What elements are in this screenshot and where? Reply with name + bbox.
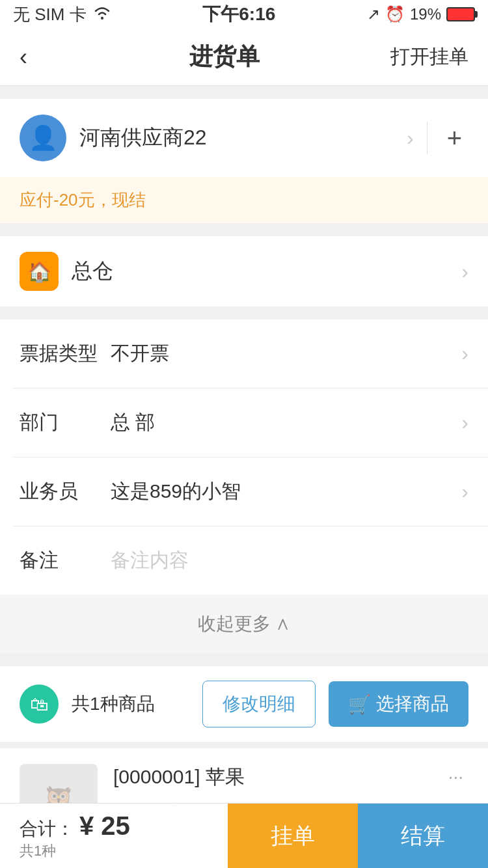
bottom-bar: 合计： ¥ 25 共1种 挂单 结算 xyxy=(0,803,488,868)
department-value: 总 部 xyxy=(111,409,461,436)
remark-placeholder: 备注内容 xyxy=(111,547,468,574)
supplier-name: 河南供应商22 xyxy=(79,124,407,152)
cart-add-icon: 🛒 xyxy=(348,694,371,715)
product-more-button[interactable]: ··· xyxy=(443,764,468,790)
product-header: 🛍 共1种商品 修改明细 🛒 选择商品 xyxy=(0,666,488,742)
warehouse-chevron-icon: › xyxy=(461,260,468,284)
status-bar: 无 SIM 卡 下午6:16 ↗ ⏰ 19% xyxy=(0,0,488,29)
invoice-type-label: 票据类型 xyxy=(20,340,111,367)
salesperson-value: 这是859的小智 xyxy=(111,478,461,505)
status-time: 下午6:16 xyxy=(202,2,275,27)
divider-2 xyxy=(0,223,488,236)
invoice-chevron-icon: › xyxy=(461,342,468,366)
total-text: 合计： xyxy=(20,817,74,841)
product-count-text: 共1种商品 xyxy=(72,692,189,716)
product-count-icon: 🛍 xyxy=(20,685,59,724)
hang-button[interactable]: 挂单 xyxy=(228,804,358,868)
warehouse-section: 🏠 总仓 › xyxy=(0,236,488,306)
alarm-icon: ⏰ xyxy=(385,5,405,23)
invoice-type-row[interactable]: 票据类型 不开票 › xyxy=(0,319,488,388)
product-code: [0000001] xyxy=(113,766,206,787)
salesperson-row[interactable]: 业务员 这是859的小智 › xyxy=(0,457,488,526)
remark-row[interactable]: 备注 备注内容 xyxy=(0,526,488,595)
location-icon: ↗ xyxy=(367,5,380,23)
edit-detail-button[interactable]: 修改明细 xyxy=(202,681,316,727)
remark-label: 备注 xyxy=(20,547,111,574)
select-product-label: 选择商品 xyxy=(376,692,449,716)
salesperson-label: 业务员 xyxy=(20,478,111,505)
svg-point-0 xyxy=(101,17,103,20)
collapse-text: 收起更多 ∧ xyxy=(198,612,291,636)
supplier-avatar: 👤 xyxy=(20,115,66,161)
add-supplier-button[interactable]: + xyxy=(441,124,468,153)
page-title: 进货单 xyxy=(189,41,260,73)
collapse-row[interactable]: 收起更多 ∧ xyxy=(0,595,488,653)
status-right: ↗ ⏰ 19% xyxy=(367,5,475,23)
home-icon: 🏠 xyxy=(27,260,51,283)
total-amount: ¥ 25 xyxy=(79,811,130,841)
back-button[interactable]: ‹ xyxy=(20,44,59,71)
cart-icon: 🛍 xyxy=(30,694,48,715)
notice-bar: 应付-20元，现结 xyxy=(0,177,488,223)
divider-4 xyxy=(0,653,488,666)
checkout-button[interactable]: 结算 xyxy=(358,804,488,868)
department-chevron-icon: › xyxy=(461,411,468,435)
warehouse-row[interactable]: 🏠 总仓 › xyxy=(0,236,488,306)
department-label: 部门 xyxy=(20,409,111,436)
supplier-row[interactable]: 👤 河南供应商22 › + xyxy=(0,99,488,177)
status-left: 无 SIM 卡 xyxy=(13,3,111,26)
warehouse-name: 总仓 xyxy=(72,257,461,286)
department-row[interactable]: 部门 总 部 › xyxy=(0,388,488,457)
warehouse-icon: 🏠 xyxy=(20,252,59,291)
total-count: 共1种 xyxy=(20,841,208,861)
open-hang-button[interactable]: 打开挂单 xyxy=(390,44,468,70)
salesperson-chevron-icon: › xyxy=(461,480,468,504)
divider-5 xyxy=(0,742,488,748)
battery-pct: 19% xyxy=(410,5,441,23)
total-section: 合计： ¥ 25 共1种 xyxy=(0,804,228,868)
avatar-icon: 👤 xyxy=(29,124,58,152)
supplier-divider xyxy=(427,122,427,154)
battery-icon xyxy=(446,7,475,21)
total-label-row: 合计： ¥ 25 xyxy=(20,811,208,841)
form-section: 票据类型 不开票 › 部门 总 部 › 业务员 这是859的小智 › 备注 备注… xyxy=(0,319,488,595)
product-header-section: 🛍 共1种商品 修改明细 🛒 选择商品 xyxy=(0,666,488,742)
supplier-chevron-icon: › xyxy=(407,126,414,150)
supplier-section: 👤 河南供应商22 › + 应付-20元，现结 xyxy=(0,99,488,223)
invoice-type-value: 不开票 xyxy=(111,340,461,367)
divider-1 xyxy=(0,86,488,99)
notice-text: 应付-20元，现结 xyxy=(20,190,146,210)
product-name: 苹果 xyxy=(206,766,245,787)
wifi-icon xyxy=(93,5,111,25)
divider-3 xyxy=(0,306,488,319)
carrier-text: 无 SIM 卡 xyxy=(13,3,87,26)
product-title: [0000001] 苹果 xyxy=(113,764,427,791)
nav-bar: ‹ 进货单 打开挂单 xyxy=(0,29,488,86)
select-product-button[interactable]: 🛒 选择商品 xyxy=(329,681,468,727)
